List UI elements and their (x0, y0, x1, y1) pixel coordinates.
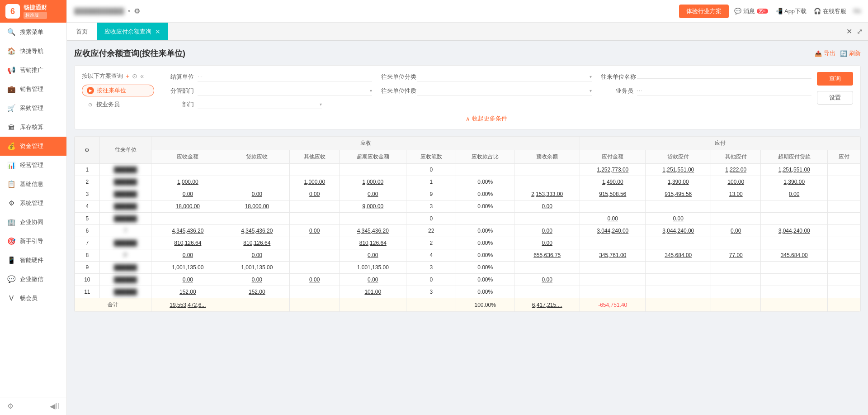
footer-ysy[interactable]: 6,417,215.... (514, 298, 580, 312)
cell-ysk[interactable]: 0.00 (151, 188, 224, 200)
cell-dkyf[interactable]: 915,495.56 (646, 188, 711, 200)
cell-dkys[interactable]: 152.00 (224, 286, 290, 298)
sidebar-collapse-icon[interactable]: ◀II (50, 402, 59, 410)
cell-qtys[interactable]: 0.00 (290, 225, 340, 237)
cell-qtys[interactable]: 1,000.00 (290, 176, 340, 188)
cell-cqysje[interactable]: 0.00 (340, 249, 406, 262)
cell-cqyf[interactable]: 345,684.00 (761, 249, 828, 262)
cell-qtyf[interactable]: 77.00 (711, 249, 761, 262)
cell-dkys[interactable]: 1,001,135.00 (224, 262, 290, 274)
sidebar-item-system[interactable]: ⚙ 系统管理 (0, 194, 66, 213)
cell-dkyf[interactable]: 345,684.00 (646, 249, 711, 262)
cell-yfje[interactable]: 1,490.00 (580, 176, 646, 188)
cell-dkyf[interactable]: 3,044,240.00 (646, 225, 711, 237)
cell-cqyf[interactable]: 0.00 (761, 188, 828, 200)
cell-cqysje[interactable]: 1,001,135.00 (340, 262, 406, 274)
filter-dept-input[interactable]: ▾ (198, 100, 322, 109)
cell-ysy[interactable]: 0.00 (514, 225, 580, 237)
cell-dkyf[interactable]: 1,251,551.00 (646, 164, 711, 176)
cell-cqysje[interactable]: 1,000.00 (340, 176, 406, 188)
cell-qtyf[interactable]: 0.00 (711, 225, 761, 237)
tab-close-window-icon[interactable]: ✕ (846, 27, 852, 36)
table-settings-icon[interactable]: ⚙ (85, 147, 90, 153)
filter-dept-manage-input[interactable]: ▾ (198, 86, 372, 95)
cell-ysk[interactable]: 1,000.00 (151, 176, 224, 188)
cell-cqyf[interactable]: 1,390.00 (761, 176, 828, 188)
cell-dkys[interactable]: 4,345,436.20 (224, 225, 290, 237)
th-settings[interactable]: ⚙ (75, 137, 100, 164)
cell-qtys[interactable]: 0.00 (290, 274, 340, 286)
cell-ysy[interactable]: 2,153,333.00 (514, 188, 580, 200)
filter-unit-category-input[interactable]: ▾ (417, 72, 592, 81)
scheme-by-salesman[interactable]: ⊙ 按业务员 (82, 99, 154, 110)
tab-maximize-icon[interactable]: ⤢ (857, 27, 863, 36)
cell-dkyf[interactable]: 0.00 (646, 213, 711, 225)
filter-collapse-icon[interactable]: « (140, 72, 144, 80)
filter-unit-name-input[interactable] (637, 75, 811, 79)
sidebar-item-wechat[interactable]: 💬 企业微信 (0, 270, 66, 289)
export-button[interactable]: 📤 导出 (815, 49, 835, 57)
cell-dkys[interactable]: 810,126.64 (224, 237, 290, 249)
sidebar-item-sales[interactable]: 💼 销售管理 (0, 80, 66, 99)
cell-qtyf[interactable]: 100.00 (711, 176, 761, 188)
refresh-button[interactable]: 🔄 刷新 (840, 49, 861, 57)
sidebar-item-operation[interactable]: 📊 经营管理 (0, 156, 66, 175)
sidebar-item-member[interactable]: Ⅴ 畅会员 (0, 289, 66, 308)
cell-ysy[interactable]: 0.00 (514, 237, 580, 249)
tab-close-icon[interactable]: ✕ (155, 28, 160, 35)
cell-ysk[interactable]: 0.00 (151, 274, 224, 286)
cell-cqysje[interactable]: 0.00 (340, 274, 406, 286)
cell-dkys[interactable]: 0.00 (224, 188, 290, 200)
cell-yfje[interactable]: 345,761.00 (580, 249, 646, 262)
footer-ysk[interactable]: 19,553,472,6... (151, 298, 224, 312)
cell-yfje[interactable]: 3,044,240.00 (580, 225, 646, 237)
cell-ysk[interactable]: 810,126.64 (151, 237, 224, 249)
cell-ysk[interactable]: 0.00 (151, 249, 224, 262)
sidebar-item-purchase[interactable]: 🛒 采购管理 (0, 99, 66, 118)
cell-dkys[interactable]: 0.00 (224, 274, 290, 286)
cell-yfje[interactable]: 915,508.56 (580, 188, 646, 200)
sidebar-item-guide[interactable]: 🎯 新手引导 (0, 232, 66, 251)
sidebar-item-basic[interactable]: 📋 基础信息 (0, 175, 66, 194)
cell-cqyf[interactable]: 1,251,551.00 (761, 164, 828, 176)
cell-yfje[interactable]: 1,252,773.00 (580, 164, 646, 176)
cell-cqyf[interactable]: 3,044,240.00 (761, 225, 828, 237)
cell-dkys[interactable]: 18,000.00 (224, 200, 290, 213)
sidebar-item-marketing[interactable]: 📢 营销推广 (0, 61, 66, 80)
cell-cqysje[interactable]: 101.00 (340, 286, 406, 298)
message-button[interactable]: 💬 消息 99+ (734, 7, 768, 15)
cell-cqysje[interactable]: 0.00 (340, 188, 406, 200)
scheme-by-unit[interactable]: ▶ 按往来单位 (82, 85, 154, 96)
cell-yfje[interactable]: 0.00 (580, 213, 646, 225)
cell-cqysje[interactable]: 9,000.00 (340, 200, 406, 213)
filter-jiesuan-input[interactable]: ··· (198, 72, 372, 81)
sidebar-item-hardware[interactable]: 📱 智能硬件 (0, 251, 66, 270)
sidebar-gear-icon[interactable]: ⚙ (7, 402, 14, 410)
filter-settings-icon[interactable]: ⊙ (132, 72, 137, 80)
sidebar-item-search[interactable]: 🔍 搜索菜单 (0, 23, 66, 42)
cell-dkys[interactable]: 0.00 (224, 249, 290, 262)
cell-qtyf[interactable]: 1,222.00 (711, 164, 761, 176)
sidebar-item-finance[interactable]: 💰 资金管理 (0, 137, 66, 156)
filter-unit-nature-input[interactable]: ▾ (417, 86, 592, 95)
cell-ysk[interactable]: 4,345,436.20 (151, 225, 224, 237)
cell-cqysje[interactable]: 810,126.64 (340, 237, 406, 249)
filter-add-button[interactable]: + (126, 72, 129, 80)
query-button[interactable]: 查询 (817, 72, 853, 86)
sidebar-item-nav[interactable]: 🏠 快捷导航 (0, 42, 66, 61)
cell-ysk[interactable]: 1,001,135.00 (151, 262, 224, 274)
cell-qtys[interactable]: 0.00 (290, 188, 340, 200)
cell-ysy[interactable]: 655,636.75 (514, 249, 580, 262)
industry-plan-button[interactable]: 体验行业方案 (679, 5, 729, 18)
cell-ysy[interactable]: 0.00 (514, 274, 580, 286)
tab-receivable[interactable]: 应收应付余额查询 ✕ (97, 23, 168, 40)
cell-ysy[interactable]: 0.00 (514, 200, 580, 213)
sidebar-item-inventory[interactable]: 🏛 库存核算 (0, 118, 66, 137)
cell-ysk[interactable]: 18,000.00 (151, 200, 224, 213)
cell-cqysje[interactable]: 4,345,436.20 (340, 225, 406, 237)
cell-ysk[interactable]: 152.00 (151, 286, 224, 298)
header-gear-icon[interactable]: ⚙ (134, 7, 140, 15)
cell-dkyf[interactable]: 1,390.00 (646, 176, 711, 188)
sidebar-item-corp[interactable]: 🏢 企业协同 (0, 213, 66, 232)
online-service-button[interactable]: 🎧 在线客服 (814, 7, 846, 15)
